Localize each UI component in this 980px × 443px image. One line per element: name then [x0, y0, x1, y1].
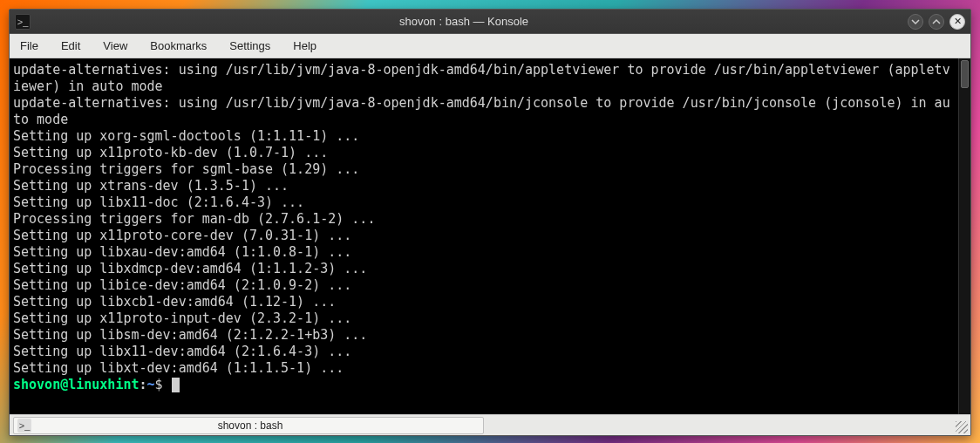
close-button[interactable]: ✕: [949, 14, 965, 30]
menu-help[interactable]: Help: [289, 37, 320, 54]
konsole-window: >_ shovon : bash — Konsole ✕ File Edit V…: [9, 9, 971, 436]
menu-bookmarks[interactable]: Bookmarks: [146, 37, 210, 54]
scroll-thumb[interactable]: [961, 60, 969, 88]
tab-label: shovon : bash: [35, 419, 483, 432]
menubar: File Edit View Bookmarks Settings Help: [10, 34, 970, 58]
menu-settings[interactable]: Settings: [226, 37, 274, 54]
terminal-output[interactable]: update-alternatives: using /usr/lib/jvm/…: [10, 58, 958, 414]
minimize-button[interactable]: [908, 14, 923, 30]
terminal-area: update-alternatives: using /usr/lib/jvm/…: [10, 58, 970, 414]
window-title: shovon : bash — Konsole: [20, 15, 908, 28]
menu-file[interactable]: File: [17, 37, 42, 54]
terminal-tab-icon: >_: [17, 419, 31, 433]
resize-grip[interactable]: [956, 421, 968, 433]
cursor: [172, 378, 180, 392]
maximize-button[interactable]: [929, 14, 944, 30]
statusbar: >_ shovon : bash: [10, 414, 970, 435]
scrollbar[interactable]: [958, 58, 970, 414]
titlebar[interactable]: >_ shovon : bash — Konsole ✕: [10, 10, 970, 34]
menu-edit[interactable]: Edit: [58, 37, 84, 54]
menu-view[interactable]: View: [99, 37, 131, 54]
tab-current[interactable]: >_ shovon : bash: [13, 417, 484, 434]
